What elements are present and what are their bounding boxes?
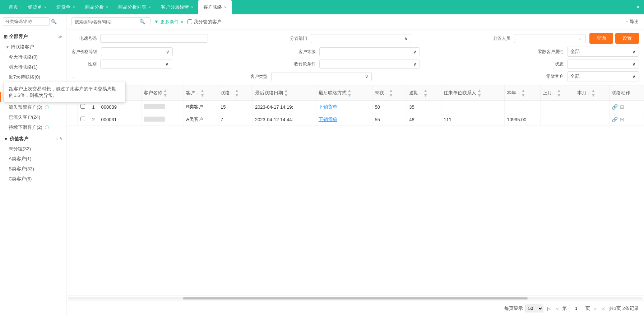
close-sales-tab[interactable]: ×: [44, 5, 46, 9]
grid-action-icon-1[interactable]: ⊞: [620, 104, 624, 110]
sidebar-item-class-b[interactable]: B类客户(33): [0, 164, 66, 174]
search-input[interactable]: [75, 19, 139, 24]
settings-icon-value[interactable]: ○: [55, 137, 58, 141]
pagination: 每页显示 50 100 |< < 第 页 > >| 共1页 2条记录: [66, 301, 644, 316]
customer-name-blurred-2: [144, 117, 165, 122]
page-next-btn[interactable]: >: [592, 305, 598, 312]
th-last-month[interactable]: 上月... ▲▼: [540, 85, 575, 101]
retail-attr-select[interactable]: 全部 ∨: [567, 47, 639, 57]
close-customer-contact-tab[interactable]: ×: [224, 5, 226, 9]
th-actions: 联络动作: [609, 85, 644, 101]
nav-tab-sales[interactable]: 销货单 ×: [23, 0, 51, 14]
more-conditions-btn[interactable]: ▼ 更多条件 ∧: [154, 19, 184, 25]
settings-button[interactable]: 设置: [615, 33, 639, 44]
td-check-2[interactable]: [77, 113, 88, 126]
export-button[interactable]: ↑ 导出: [626, 19, 639, 25]
window-close-button[interactable]: ×: [636, 4, 640, 10]
person-select[interactable]: ···: [514, 34, 586, 43]
per-page-label: 每页显示: [504, 305, 523, 312]
my-customer-check[interactable]: [187, 19, 192, 24]
status-select[interactable]: ∨: [567, 60, 639, 69]
search-icon[interactable]: 🔍: [139, 19, 145, 24]
dept-select[interactable]: ∨: [311, 34, 411, 43]
row-checkbox-1[interactable]: [80, 104, 85, 109]
horizontal-scrollbar[interactable]: [66, 296, 644, 301]
contact-method-link-2[interactable]: 下销货单: [319, 117, 337, 122]
grid-action-icon-2[interactable]: ⊞: [620, 117, 624, 122]
sidebar-search-input[interactable]: [3, 17, 50, 26]
nav-tab-customer-contact[interactable]: 客户联络 ×: [198, 0, 231, 14]
sidebar-item-ungrouped[interactable]: 未分组(32): [0, 144, 66, 154]
contact-method-link-1[interactable]: 下销货单: [319, 104, 337, 109]
th-unpaid[interactable]: 未联... ▲▼: [372, 85, 407, 101]
phone-input[interactable]: [100, 34, 208, 43]
sidebar-item-today[interactable]: 今天待联络(0): [0, 52, 66, 62]
td-method-2[interactable]: 下销货单: [316, 113, 372, 126]
retail-customer-select[interactable]: 全部 ∨: [567, 71, 639, 81]
sidebar-item-lost-already[interactable]: 已流失客户(24): [0, 112, 66, 122]
th-this-year[interactable]: 本年... ▲▼: [505, 85, 541, 101]
scrollbar-track[interactable]: [68, 297, 643, 300]
th-customer-name[interactable]: 客户名称 ▲▼: [141, 85, 184, 101]
th-this-month[interactable]: 本月... ▲▼: [575, 85, 609, 101]
sidebar-item-class-c[interactable]: C类客户(6): [0, 174, 66, 184]
pending-contact-title[interactable]: ▼ 待联络客户: [0, 42, 66, 52]
page-input[interactable]: [569, 305, 583, 312]
nav-tab-purchase[interactable]: 进货单 ×: [51, 0, 80, 14]
sidebar-all-customers[interactable]: ⊞ 全部客户 ≫: [0, 31, 66, 42]
advanced-filter: 电话号码 分管部门 ∨ 分管人员 ··· 查询 设置: [66, 29, 644, 85]
td-type-2: A类客户: [184, 113, 218, 126]
info-icon-lost[interactable]: ⓘ: [45, 105, 49, 109]
payment-select[interactable]: ∨: [319, 60, 420, 69]
page-prev-btn[interactable]: <: [555, 305, 560, 312]
sidebar-search-icon[interactable]: 🔍: [51, 19, 57, 24]
more-dots[interactable]: ...: [71, 74, 76, 79]
query-button[interactable]: 查询: [589, 33, 613, 44]
close-product-analysis-tab[interactable]: ×: [106, 5, 108, 9]
close-customer-layer-tab[interactable]: ×: [191, 5, 193, 9]
chevron-down-icon: ∨: [404, 36, 408, 41]
customer-type-select[interactable]: ∨: [271, 72, 372, 81]
nav-tab-product-analysis[interactable]: 商品分析 ×: [80, 0, 113, 14]
th-customer-type[interactable]: 客户... ▲▼: [184, 85, 218, 101]
close-product-analysis-list-tab[interactable]: ×: [148, 5, 150, 9]
per-page-select[interactable]: 50 100: [525, 305, 543, 312]
person-label: 分管人员: [485, 36, 510, 42]
sidebar-item-lost-predict[interactable]: 流失预警客户(3) ⓘ: [0, 102, 66, 112]
sidebar-item-continuous-down[interactable]: 持续下滑客户(2) ⓘ: [0, 122, 66, 132]
customer-level-select[interactable]: ∨: [319, 47, 420, 56]
td-method-1[interactable]: 下销货单: [316, 101, 372, 113]
edit-icon-value[interactable]: ✎: [59, 137, 62, 141]
table-row: 1 000039 B类客户 15 2023-04-17 14:19: 下销货单 …: [66, 101, 644, 113]
tooltip-box: 距客户上次交易时长，超过了此客户的平均交易周期的1.5倍，则视为异常。: [66, 82, 126, 103]
th-last-contact-date[interactable]: 最后联络日期 ▲▼: [252, 85, 316, 101]
nav-tab-customer-layer[interactable]: 客户分层经营 ×: [156, 0, 198, 14]
sidebar-collapse-icon[interactable]: ≫: [58, 34, 62, 39]
my-customer-checkbox[interactable]: 我分管的客户: [187, 19, 222, 25]
link-icon-1[interactable]: 🔗: [612, 104, 618, 110]
sidebar-item-tomorrow[interactable]: 明天待联络(1): [0, 62, 66, 72]
value-customer-title[interactable]: ▼ 价值客户 ○ ✎: [0, 134, 66, 144]
th-unit-contact[interactable]: 往来单位联系人 ▲▼: [441, 85, 505, 101]
sidebar: 🔍 ⊞ 全部客户 ≫ ▼ 待联络客户 今天待联络(0) 明天待联络(1): [0, 14, 66, 316]
scrollbar-thumb[interactable]: [183, 297, 528, 300]
td-name-1: [141, 101, 184, 113]
gender-select[interactable]: ∨: [100, 60, 172, 69]
link-icon-2[interactable]: 🔗: [612, 117, 618, 122]
nav-tab-home[interactable]: 首页: [4, 0, 23, 14]
row-checkbox-2[interactable]: [80, 117, 85, 121]
page-last-btn[interactable]: >|: [600, 305, 607, 312]
td-contact-2: 7: [218, 113, 253, 126]
th-contact-count[interactable]: 联络... ▲▼: [218, 85, 253, 101]
nav-tab-product-analysis-list[interactable]: 商品分析列表 ×: [113, 0, 156, 14]
th-last-contact-method[interactable]: 最后联络方式 ▲▼: [316, 85, 372, 101]
page-first-btn[interactable]: |<: [546, 305, 552, 312]
close-purchase-tab[interactable]: ×: [73, 5, 75, 9]
customer-level-label: 客户等级: [291, 49, 316, 55]
price-level-select[interactable]: ∨: [101, 47, 173, 56]
sidebar-item-class-a[interactable]: A类客户(1): [0, 154, 66, 164]
th-overdue[interactable]: 逾期... ▲▼: [407, 85, 441, 101]
sidebar-content: ⊞ 全部客户 ≫ ▼ 待联络客户 今天待联络(0) 明天待联络(1) 近7天待联…: [0, 29, 66, 316]
info-icon-down[interactable]: ⓘ: [45, 125, 49, 129]
sidebar-item-7days[interactable]: 近7天待联络(0): [0, 72, 66, 82]
